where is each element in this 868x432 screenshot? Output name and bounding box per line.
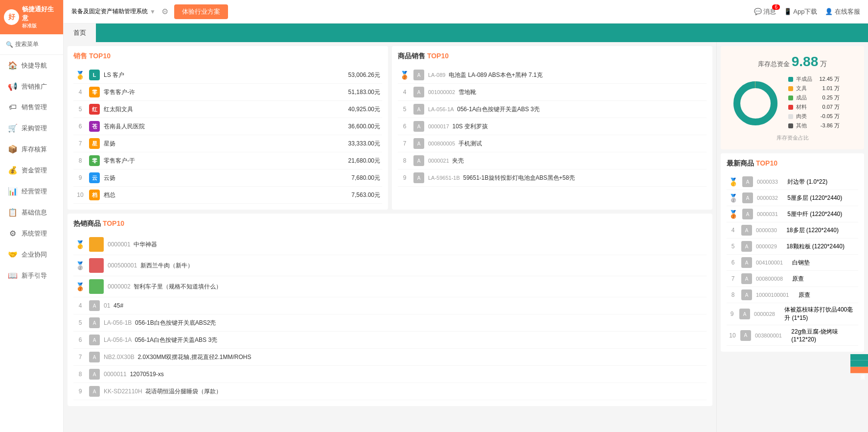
product-img: A (742, 209, 753, 219)
float-live-btn[interactable]: 直播 (850, 367, 868, 373)
customer-top10-card: 销售 TOP10 🥇 L LS 客户 53,006.26元 4 (68, 46, 388, 210)
online-service-btn[interactable]: 👤 在线客服 (825, 7, 860, 16)
avatar: 星 (89, 138, 100, 149)
product-img: A (89, 369, 100, 380)
purchase-icon: 🛒 (8, 123, 18, 133)
table-row: 4 零 零售客户-许 51,183.00元 (73, 84, 382, 101)
newest-products-card: 最新商品 TOP10 🥇 A 0000033 封边带 (1.0*22) 🥈 A … (721, 153, 864, 352)
sidebar-item-inventory[interactable]: 📦 库存核算 (0, 139, 63, 160)
logo-icon: 好 (4, 9, 19, 25)
legend-item: 文具 1.01 万 (788, 85, 840, 92)
sidebar-item-system[interactable]: ⚙ 系统管理 (0, 223, 63, 244)
rank-num: 7 (75, 140, 85, 147)
avatar: 云 (89, 172, 100, 183)
legend-value: 0.07 万 (815, 103, 840, 111)
sidebar-item-finance[interactable]: 💰 资金管理 (0, 160, 63, 181)
rank-num: 6 (75, 123, 85, 130)
customer-top10-list: 🥇 L LS 客户 53,006.26元 4 零 零售客户-许 51,183.0… (73, 67, 382, 204)
product-row: 5 A LA-056-1A 056-1A白色按键开关盖ABS 3壳 (398, 101, 707, 118)
app-label: App下载 (793, 8, 817, 15)
search-menu-btn[interactable]: 🔍 搜索菜单 (4, 38, 59, 50)
sales-icon: 🏷 (8, 103, 18, 112)
sidebar-item-marketing[interactable]: 📢 营销推广 (0, 76, 63, 97)
newest-row: 6 A 004100001 白钢垫 (727, 255, 858, 271)
product-info: LA-59651-1B 59651-1B旋转投影灯电池盒ABS黑色+58壳 (428, 174, 705, 182)
tab-home[interactable]: 首页 (64, 24, 96, 42)
product-row: 4 A 01 45# (73, 297, 707, 314)
hot-products-list: 🥇 0000001 中华神器 🥈 000500001 新西兰牛肉（新牛） 🥉 0… (73, 234, 707, 400)
table-row: 🥇 L LS 客户 53,006.26元 (73, 67, 382, 84)
rank-num: 4 (75, 89, 85, 96)
sidebar-item-enterprise[interactable]: 🤝 企业协同 (0, 244, 63, 265)
product-name: 原查 (792, 275, 804, 283)
customer-amount: 53,006.26元 (348, 71, 380, 79)
logo-sub-text: 标准版 (22, 23, 59, 29)
message-btn[interactable]: 💬 6 消息 (754, 7, 777, 16)
product-code: 004100001 (756, 260, 783, 265)
topbar-right: 💬 6 消息 📱 App下载 👤 在线客服 (754, 7, 860, 16)
product-info: KK-SD22110H 花语萌恒温分腿睡袋（厚款） (104, 387, 705, 396)
rank-num: 9 (75, 388, 85, 395)
sidebar-item-purchase[interactable]: 🛒 采购管理 (0, 118, 63, 139)
rank-num: 5 (400, 106, 410, 113)
inventory-unit: 万 (820, 60, 827, 68)
legend-dot (788, 123, 793, 128)
base-info-icon: 📋 (8, 208, 18, 217)
product-img: A (413, 138, 424, 149)
nav-system-label: 系统管理 (22, 229, 47, 238)
table-row: 10 档 档总 7,563.00元 (73, 187, 382, 204)
medal-icon: 🥇 (75, 71, 85, 80)
legend-item: 半成品 12.45 万 (788, 75, 840, 83)
inventory-total: 库存总资金 9.88 万 (729, 54, 856, 70)
product-code: 0000028 (754, 311, 775, 317)
float-buttons: 客服热线 服务社区 直播 (850, 354, 868, 373)
product-img: A (413, 155, 424, 166)
trial-btn[interactable]: 体验行业方案 (174, 4, 228, 19)
float-community-btn[interactable]: 服务社区 (850, 360, 868, 367)
main-area: 装备及固定资产辅助管理系统 ▼ ⚙ 体验行业方案 💬 6 消息 📱 App下载 … (64, 0, 868, 432)
customer-amount: 51,183.00元 (348, 88, 380, 96)
product-name: 白钢垫 (792, 259, 810, 267)
product-info: 0000017 10S 变利罗孩 (428, 122, 705, 131)
product-row: 🥉 0000002 智利车子里（规格不知道填什么） (73, 276, 707, 297)
rank-num: 9 (729, 311, 735, 317)
rank-num: 7 (729, 275, 737, 282)
product-img: A (89, 352, 100, 362)
sidebar-item-sales[interactable]: 🏷 销售管理 (0, 97, 63, 118)
product-info: LA-089 电池盖 LA-089 ABS本色+黑种 7.1克 (428, 71, 705, 79)
system-title-dropdown[interactable]: 装备及固定资产辅助管理系统 ▼ (71, 7, 156, 16)
table-row: 5 红 红太阳文具 40,925.00元 (73, 101, 382, 118)
product-name: 18颗粒板 (1220*2440) (786, 242, 845, 251)
sidebar-item-base-info[interactable]: 📋 基础信息 (0, 202, 63, 223)
rank-num: 7 (400, 140, 410, 147)
sidebar-item-operations[interactable]: 📊 经营管理 (0, 181, 63, 202)
table-row: 6 苍 苍南县人民医院 36,600.00元 (73, 118, 382, 135)
newest-products-title: 最新商品 TOP10 (727, 159, 858, 168)
customer-name: 苍南县人民医院 (104, 122, 344, 131)
table-row: 8 零 零售客户-于 21,680.00元 (73, 152, 382, 169)
settings-gear-icon[interactable]: ⚙ (161, 7, 168, 16)
product-img: A (413, 87, 424, 97)
customer-amount: 40,925.00元 (348, 105, 380, 114)
medal-icon: 🥉 (400, 71, 410, 80)
sidebar-item-guide[interactable]: 📖 新手引导 (0, 265, 63, 286)
product-row: 9 A KK-SD22110H 花语萌恒温分腿睡袋（厚款） (73, 383, 707, 400)
product-row: 8 A 0000011 12070519-xs (73, 366, 707, 383)
product-img (89, 237, 104, 252)
product-info: 0000002 智利车子里（规格不知道填什么） (108, 283, 705, 291)
app-download-btn[interactable]: 📱 App下载 (784, 7, 817, 16)
nav-operations-label: 经营管理 (22, 187, 47, 196)
product-name: 封边带 (1.0*22) (787, 178, 827, 186)
medal-icon: 🥉 (75, 282, 85, 291)
product-img: A (741, 289, 752, 300)
rank-num: 4 (400, 89, 410, 96)
middle-column: 销售 TOP10 🥇 L LS 客户 53,006.26元 4 (64, 42, 716, 432)
system-icon: ⚙ (8, 229, 18, 238)
product-img: A (89, 386, 100, 397)
sidebar: 好 畅捷通好生意 标准版 🔍 搜索菜单 🏠 快捷导航 📢 营销推广 🏷 销售管理… (0, 0, 64, 432)
sidebar-item-home[interactable]: 🏠 快捷导航 (0, 55, 63, 76)
legend-item: 成品 0.25 万 (788, 94, 840, 101)
nav-finance-label: 资金管理 (22, 166, 47, 175)
float-service-btn[interactable]: 客服热线 (850, 354, 868, 360)
product-info: LA-056-1A 056-1A白色按键开关盖ABS 3壳 (428, 105, 705, 114)
